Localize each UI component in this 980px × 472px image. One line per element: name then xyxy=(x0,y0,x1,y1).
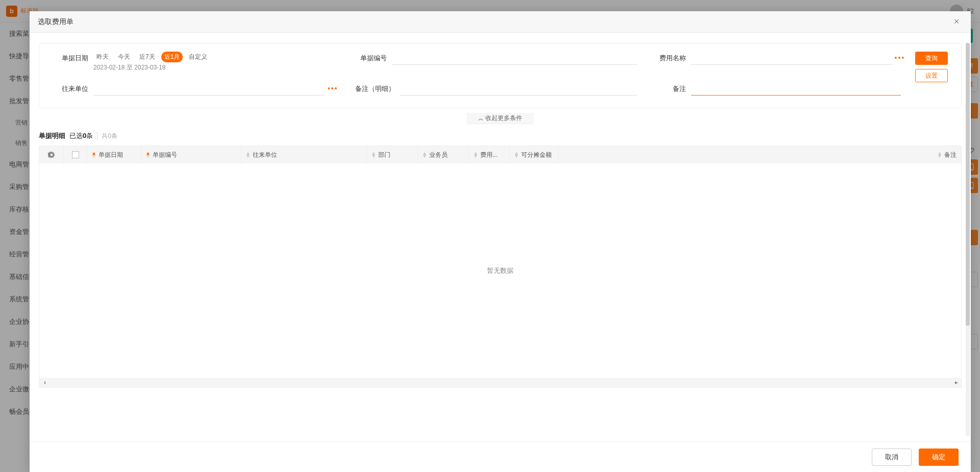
scroll-left-icon[interactable]: ◄ xyxy=(41,380,46,385)
col-remark-label: 备注 xyxy=(944,151,957,159)
col-num-label: 单据编号 xyxy=(153,151,177,159)
table-settings-button[interactable] xyxy=(39,146,64,163)
select-expense-modal: 选取费用单 × 单据日期 昨天 今天 近7天 近1月 自定义 xyxy=(30,11,971,472)
filter-panel: 单据日期 昨天 今天 近7天 近1月 自定义 2023-02-18 至 2023… xyxy=(39,43,962,108)
remark-input[interactable] xyxy=(691,82,901,96)
filter-remark-detail: 备注（明细） xyxy=(350,82,649,108)
scroll-right-icon[interactable]: ► xyxy=(954,380,959,385)
sort-icon: ▲▼ xyxy=(422,152,427,158)
query-button[interactable]: 查询 xyxy=(915,52,948,65)
filter-doc-no-label: 单据编号 xyxy=(350,52,387,63)
meta-selected-suffix: 条 xyxy=(86,132,93,139)
date-range-text: 2023-02-18 至 2023-03-18 xyxy=(93,63,338,72)
col-fee[interactable]: ▲▼费用... xyxy=(469,146,510,163)
col-share[interactable]: ▲▼可分摊金额 xyxy=(510,146,559,163)
date-chip-1month[interactable]: 近1月 xyxy=(161,52,183,62)
party-input[interactable] xyxy=(93,82,325,96)
cancel-button[interactable]: 取消 xyxy=(872,449,912,466)
modal-body: 单据日期 昨天 今天 近7天 近1月 自定义 2023-02-18 至 2023… xyxy=(30,33,971,441)
close-icon[interactable]: × xyxy=(950,16,963,28)
confirm-button[interactable]: 确定 xyxy=(919,449,959,466)
col-dept[interactable]: ▲▼部门 xyxy=(367,146,418,163)
modal-header: 选取费用单 × xyxy=(30,11,971,33)
sort-icon: ▲▼ xyxy=(514,152,519,158)
date-chip-custom[interactable]: 自定义 xyxy=(186,52,210,62)
collapse-label: 收起更多条件 xyxy=(485,114,522,123)
filter-fee-name: 费用名称 ••• 查询 设置 xyxy=(649,52,948,82)
col-party[interactable]: ▲▼往来单位 xyxy=(241,146,367,163)
settings-button[interactable]: 设置 xyxy=(915,69,948,82)
filter-remark-detail-label: 备注（明细） xyxy=(350,82,395,93)
filter-remark: 备注 xyxy=(649,82,948,108)
result-table: ▲▼单据日期 ▲▼单据编号 ▲▼往来单位 ▲▼部门 ▲▼业务员 ▲▼费用... … xyxy=(39,146,962,379)
col-biz[interactable]: ▲▼业务员 xyxy=(418,146,469,163)
col-fee-label: 费用... xyxy=(480,151,498,159)
table-meta: 单据明细 已选0条 共0条 xyxy=(39,131,962,140)
remark-detail-input[interactable] xyxy=(400,82,636,96)
close-glyph: × xyxy=(954,16,960,27)
col-party-label: 往来单位 xyxy=(253,151,277,159)
meta-selected: 已选0条 xyxy=(69,131,93,140)
sort-icon: ▲▼ xyxy=(473,152,478,158)
fee-name-input[interactable] xyxy=(691,52,892,65)
date-chip-today[interactable]: 今天 xyxy=(115,52,133,62)
meta-total: 共0条 xyxy=(97,132,117,140)
modal-footer: 取消 确定 xyxy=(30,441,971,472)
scrollbar-thumb[interactable] xyxy=(966,43,970,326)
fee-name-lookup-icon[interactable]: ••• xyxy=(895,52,905,65)
scrollbar-vertical[interactable] xyxy=(966,43,970,436)
sort-icon: ▲▼ xyxy=(145,152,151,158)
checkbox-icon xyxy=(72,151,79,158)
filter-fee-name-label: 费用名称 xyxy=(649,52,686,63)
meta-tab-label: 单据明细 xyxy=(39,131,65,140)
party-lookup-icon[interactable]: ••• xyxy=(328,82,338,96)
filter-date: 单据日期 昨天 今天 近7天 近1月 自定义 2023-02-18 至 2023… xyxy=(52,52,350,82)
filter-remark-label: 备注 xyxy=(649,82,686,93)
gear-icon xyxy=(48,151,55,158)
date-chip-yesterday[interactable]: 昨天 xyxy=(93,52,112,62)
collapse-filters-button[interactable]: ︽ 收起更多条件 xyxy=(467,113,533,124)
filter-date-label: 单据日期 xyxy=(52,52,88,63)
doc-no-input[interactable] xyxy=(392,52,636,65)
col-biz-label: 业务员 xyxy=(429,151,448,159)
col-num[interactable]: ▲▼单据编号 xyxy=(141,146,241,163)
scrollbar-horizontal[interactable]: ◄ ► xyxy=(39,379,962,388)
col-share-label: 可分摊金额 xyxy=(521,151,552,159)
sort-icon: ▲▼ xyxy=(246,152,251,158)
filter-doc-no: 单据编号 xyxy=(350,52,649,82)
col-date-label: 单据日期 xyxy=(99,151,123,159)
meta-selected-prefix: 已选 xyxy=(69,132,83,139)
sort-icon: ▲▼ xyxy=(91,152,96,158)
date-chip-7days[interactable]: 近7天 xyxy=(136,52,158,62)
col-remark[interactable]: ▲▼备注 xyxy=(559,146,961,163)
sort-icon: ▲▼ xyxy=(371,152,376,158)
modal-title: 选取费用单 xyxy=(38,17,74,27)
col-date[interactable]: ▲▼单据日期 xyxy=(87,146,141,163)
table-header: ▲▼单据日期 ▲▼单据编号 ▲▼往来单位 ▲▼部门 ▲▼业务员 ▲▼费用... … xyxy=(39,146,961,163)
col-dept-label: 部门 xyxy=(378,151,390,159)
filter-party-label: 往来单位 xyxy=(52,82,88,93)
table-empty-text: 暂无数据 xyxy=(39,163,961,378)
filter-party: 往来单位 ••• xyxy=(52,82,350,108)
sort-icon: ▲▼ xyxy=(937,152,942,158)
chevron-up-icon: ︽ xyxy=(478,115,483,122)
date-chip-group: 昨天 今天 近7天 近1月 自定义 xyxy=(93,52,338,62)
select-all-checkbox[interactable] xyxy=(64,146,87,163)
